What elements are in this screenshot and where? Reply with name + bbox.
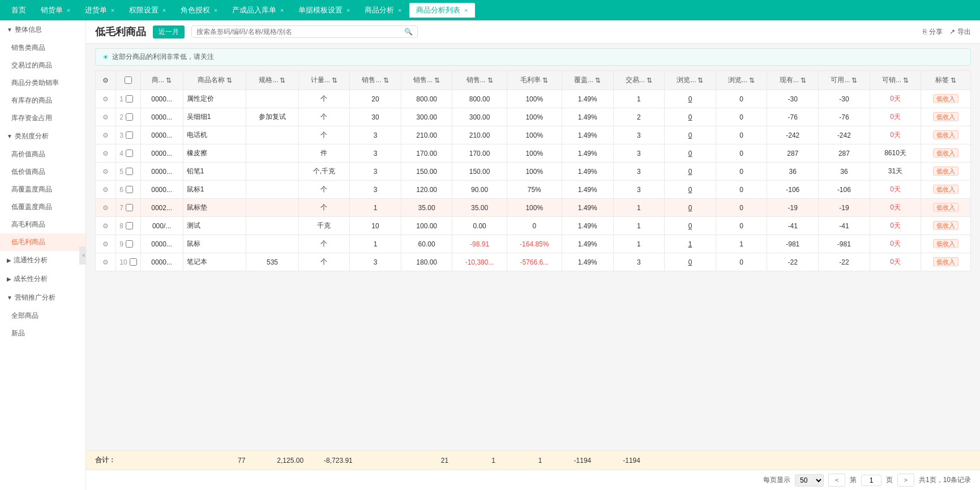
sidebar-item-category-rate[interactable]: 商品分类助销率 xyxy=(0,74,85,92)
sidebar-item-high-coverage[interactable]: 高覆盖度商品 xyxy=(0,181,85,198)
sidebar-item-low-coverage[interactable]: 低覆盖度商品 xyxy=(0,198,85,216)
row-view1[interactable]: 0 xyxy=(665,144,716,163)
close-icon[interactable]: × xyxy=(280,7,284,14)
row-trade: 3 xyxy=(613,253,665,271)
row-available: -19 xyxy=(819,199,870,217)
close-icon[interactable]: × xyxy=(162,7,166,14)
row-view1[interactable]: 0 xyxy=(665,253,716,271)
row-checkbox[interactable] xyxy=(126,113,133,121)
row-view1[interactable]: 0 xyxy=(665,181,716,199)
th-view2[interactable]: 浏览... ⇅ xyxy=(716,71,767,90)
row-view1[interactable]: 0 xyxy=(665,199,716,217)
row-checkbox[interactable] xyxy=(126,168,133,175)
th-saleable[interactable]: 可销... ⇅ xyxy=(870,71,921,90)
row-checkbox[interactable] xyxy=(126,95,133,103)
row-view1[interactable]: 1 xyxy=(665,235,716,253)
row-checkbox[interactable] xyxy=(126,186,133,193)
row-view1[interactable]: 0 xyxy=(665,90,716,108)
close-icon[interactable]: × xyxy=(111,7,114,14)
sidebar-group-overall[interactable]: ▼ 整体信息 xyxy=(0,20,85,39)
sidebar-group-category[interactable]: ▼ 类别度分析 xyxy=(0,127,85,146)
th-tag[interactable]: 标签 ⇅ xyxy=(921,71,971,90)
sidebar-item-low-value[interactable]: 低价值商品 xyxy=(0,163,85,181)
th-trade[interactable]: 交易... ⇅ xyxy=(613,71,665,90)
nav-home[interactable]: 首页 xyxy=(5,3,33,18)
row-view1[interactable]: 0 xyxy=(665,108,716,126)
th-settings[interactable]: ⚙ xyxy=(96,71,116,90)
th-margin[interactable]: 毛利率 ⇅ xyxy=(507,71,562,90)
th-sales-amount[interactable]: 销售... ⇅ xyxy=(401,71,452,90)
th-current[interactable]: 现有... ⇅ xyxy=(767,71,819,90)
th-sales-profit[interactable]: 销售... ⇅ xyxy=(452,71,507,90)
nav-product-entry[interactable]: 产成品入库单 × xyxy=(225,3,290,18)
row-checkbox[interactable] xyxy=(130,258,137,266)
th-sales-qty[interactable]: 销售... ⇅ xyxy=(350,71,401,90)
nav-role-auth[interactable]: 角色授权 × xyxy=(174,3,224,18)
sidebar-item-all-products[interactable]: 全部商品 xyxy=(0,307,85,325)
sidebar-item-low-margin[interactable]: 低毛利商品 xyxy=(0,233,85,251)
row-view1[interactable]: 0 xyxy=(665,126,716,144)
row-settings: ⚙ xyxy=(96,181,116,199)
period-button[interactable]: 近一月 xyxy=(153,25,185,39)
close-icon[interactable]: × xyxy=(346,7,350,14)
row-checkbox[interactable] xyxy=(126,222,133,229)
select-all-checkbox[interactable] xyxy=(125,76,132,84)
notice-bar: ☀ 这部分商品的利润非常低，请关注 xyxy=(95,48,971,66)
page-number-input[interactable] xyxy=(861,475,881,486)
nav-sales-order[interactable]: 销货单 × xyxy=(34,3,77,18)
row-view1[interactable]: 0 xyxy=(665,163,716,181)
row-current: 287 xyxy=(767,144,819,163)
th-available[interactable]: 可用... ⇅ xyxy=(819,71,870,90)
sidebar-item-high-value[interactable]: 高价值商品 xyxy=(0,146,85,163)
close-icon[interactable]: × xyxy=(67,7,70,14)
close-icon[interactable]: × xyxy=(398,7,401,14)
sort-icon: ⇅ xyxy=(697,76,703,84)
nav-product-analysis-list[interactable]: 商品分析列表 × xyxy=(409,3,474,18)
sidebar-group-liquidity[interactable]: ▶ 流通性分析 xyxy=(0,251,85,270)
th-code[interactable]: 商... ⇅ xyxy=(140,71,183,90)
row-available: -41 xyxy=(819,217,870,235)
sidebar-item-traded-products[interactable]: 交易过的商品 xyxy=(0,57,85,74)
page-size-select[interactable]: 50 100 200 xyxy=(795,474,824,487)
table-header-row: ⚙ 商... ⇅ 商品名称 ⇅ 规格... ⇅ 计量... ⇅ 销售... ⇅ … xyxy=(96,71,971,90)
share-button[interactable]: ⎘ 分享 xyxy=(923,27,943,37)
th-spec[interactable]: 规格... ⇅ xyxy=(246,71,298,90)
row-checkbox[interactable] xyxy=(126,204,133,211)
th-checkbox[interactable] xyxy=(116,71,140,90)
sidebar-item-sales-products[interactable]: 销售类商品 xyxy=(0,39,85,57)
row-available: -76 xyxy=(819,108,870,126)
row-view1[interactable]: 0 xyxy=(665,217,716,235)
row-checkbox[interactable] xyxy=(126,150,133,157)
sort-icon: ⇅ xyxy=(595,76,601,84)
th-coverage[interactable]: 覆盖... ⇅ xyxy=(562,71,613,90)
row-coverage: 1.49% xyxy=(562,253,613,271)
row-checkbox[interactable] xyxy=(126,240,133,248)
sidebar-item-new-products[interactable]: 新品 xyxy=(0,325,85,342)
sidebar-item-high-margin[interactable]: 高毛利商品 xyxy=(0,216,85,233)
th-name[interactable]: 商品名称 ⇅ xyxy=(183,71,246,90)
sort-icon: ⇅ xyxy=(647,76,652,84)
row-trade: 1 xyxy=(613,217,665,235)
row-sales-qty: 3 xyxy=(350,253,401,271)
search-icon[interactable]: 🔍 xyxy=(404,28,413,36)
nav-product-analysis[interactable]: 商品分析 × xyxy=(358,3,408,18)
nav-template-settings[interactable]: 单据模板设置 × xyxy=(292,3,357,18)
prev-page-button[interactable]: ＜ xyxy=(828,474,845,487)
nav-purchase-order[interactable]: 进货单 × xyxy=(78,3,121,18)
chevron-right-icon: ▶ xyxy=(7,276,11,282)
sidebar-group-marketing[interactable]: ▼ 营销推广分析 xyxy=(0,288,85,307)
close-icon[interactable]: × xyxy=(214,7,217,14)
close-icon[interactable]: × xyxy=(464,7,468,14)
sidebar-group-growth[interactable]: ▶ 成长性分析 xyxy=(0,270,85,288)
sidebar-collapse-button[interactable]: « xyxy=(79,246,86,265)
search-input[interactable] xyxy=(196,28,404,36)
row-checkbox[interactable] xyxy=(126,131,133,139)
th-view1[interactable]: 浏览... ⇅ xyxy=(665,71,716,90)
sort-icon: ⇅ xyxy=(383,76,389,84)
sidebar-item-in-stock[interactable]: 有库存的商品 xyxy=(0,92,85,109)
export-button[interactable]: ↗ 导出 xyxy=(949,27,971,37)
th-unit[interactable]: 计量... ⇅ xyxy=(298,71,350,90)
nav-permissions[interactable]: 权限设置 × xyxy=(122,3,173,18)
next-page-button[interactable]: ＞ xyxy=(897,474,914,487)
sidebar-item-capital-usage[interactable]: 库存资金占用 xyxy=(0,109,85,127)
